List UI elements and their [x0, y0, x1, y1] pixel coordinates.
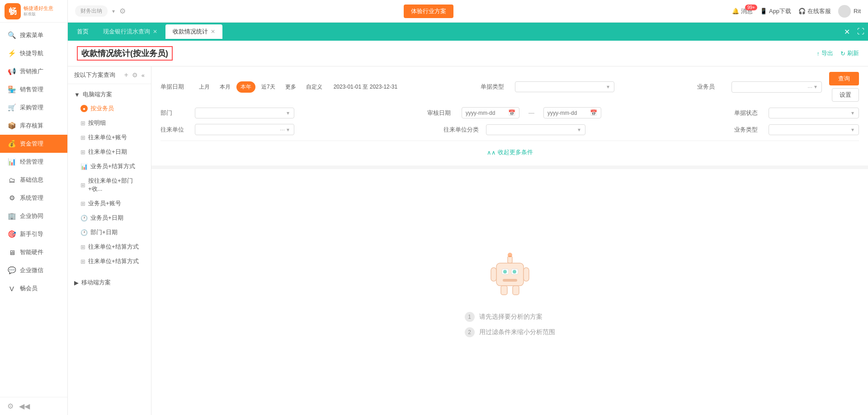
scheme-salesman-date[interactable]: 🕐 业务员+日期 [68, 211, 151, 225]
settings-scheme-icon[interactable]: ⚙ [132, 71, 138, 79]
inventory-icon: 📦 [7, 121, 16, 130]
scheme-partner-account[interactable]: ⊞ 往来单位+账号 [68, 130, 151, 145]
robot-svg [483, 247, 537, 302]
trial-button[interactable]: 体验行业方案 [404, 5, 453, 18]
partner-category-select[interactable]: ▾ [486, 124, 585, 135]
sidebar-label-basic: 基础信息 [20, 176, 43, 184]
tab-home[interactable]: 首页 [70, 28, 96, 36]
doc-status-select[interactable]: ▾ [769, 108, 859, 118]
wechat-icon: 💬 [7, 266, 16, 275]
review-date-from[interactable]: 📅 [462, 107, 519, 118]
mobile-group-label: 移动端方案 [81, 278, 111, 287]
date-range-display: 2023-01-01 至 2023-12-31 [334, 83, 397, 91]
member-icon: V [7, 284, 16, 293]
sidebar-item-marketing[interactable]: 📢 营销推广 [0, 62, 67, 80]
date-more[interactable]: 更多 [281, 81, 300, 93]
tab-bank[interactable]: 现金银行流水查询 ✕ [96, 24, 165, 39]
tab-close-all-icon[interactable]: ✕ [842, 26, 852, 38]
set-button[interactable]: 设置 [832, 88, 859, 102]
settings-bottom-icon[interactable]: ⚙ [7, 402, 14, 410]
scheme-partner-account-label: 往来单位+账号 [88, 133, 127, 141]
online-service-button[interactable]: 🎧 在线客服 [798, 7, 831, 15]
scheme-dept-date[interactable]: 🕐 部门+日期 [68, 225, 151, 240]
doc-type-arrow-icon: ▾ [607, 84, 609, 90]
svg-rect-10 [501, 286, 507, 295]
scheme-partner-date[interactable]: ⊞ 往来单位+日期 [68, 145, 151, 159]
dept-select[interactable]: ▾ [195, 108, 294, 118]
add-scheme-icon[interactable]: + [124, 71, 128, 79]
collapse-sidebar-icon[interactable]: ◀◀ [19, 402, 30, 410]
sidebar-item-sales[interactable]: 🏪 销售管理 [0, 80, 67, 99]
doc-type-label: 单据类型 [481, 83, 508, 91]
export-button[interactable]: ↑ 导出 [817, 49, 834, 57]
calendar-to-icon[interactable]: 📅 [590, 109, 597, 116]
doc-status-arrow-icon: ▾ [851, 110, 854, 116]
sidebar-item-guide[interactable]: 🎯 新手引导 [0, 225, 67, 243]
tab-receipt-close-icon[interactable]: ✕ [211, 28, 215, 35]
scheme-partner-dept[interactable]: ⊞ 按往来单位+部门+收... [68, 174, 151, 196]
basic-icon: 🗂 [7, 175, 16, 184]
sidebar-item-business[interactable]: 📊 经营管理 [0, 153, 67, 171]
review-date-from-input[interactable] [466, 110, 506, 116]
tab-fullscreen-icon[interactable]: ⛶ [855, 26, 866, 38]
sidebar-label-quicknav: 快捷导航 [20, 49, 43, 57]
sidebar-item-finance[interactable]: 💰 资金管理 [0, 135, 67, 153]
sidebar-item-hardware[interactable]: 🖥 智能硬件 [0, 243, 67, 261]
app-download-button[interactable]: 📱 App下载 [760, 7, 791, 15]
quicknav-icon: ⚡ [7, 49, 16, 58]
query-button[interactable]: 查询 [829, 72, 859, 85]
page-actions: ↑ 导出 ↻ 刷新 [817, 49, 859, 57]
pc-group-arrow: ▼ [74, 91, 80, 98]
sidebar-item-search[interactable]: 🔍 搜索菜单 [0, 26, 67, 44]
scheme-by-detail[interactable]: ⊞ 按明细 [68, 116, 151, 130]
date-custom[interactable]: 自定义 [302, 81, 326, 93]
sidebar-item-basic[interactable]: 🗂 基础信息 [0, 171, 67, 189]
sidebar-item-member[interactable]: V 畅会员 [0, 279, 67, 297]
message-button[interactable]: 🔔 消息 99+ [732, 7, 753, 15]
mobile-group-header[interactable]: ▶ 移动端方案 [68, 276, 151, 289]
scheme-salesman-account[interactable]: ⊞ 业务员+账号 [68, 196, 151, 211]
header-gear-icon[interactable]: ⚙ [119, 7, 126, 15]
refresh-button[interactable]: ↻ 刷新 [840, 49, 859, 57]
sidebar-nav: 🔍 搜索菜单 ⚡ 快捷导航 📢 营销推广 🏪 销售管理 🛒 采购管理 📦 [0, 23, 67, 397]
step-2-num: 2 [465, 327, 475, 337]
scheme-by-salesman[interactable]: ● 按业务员 [68, 101, 151, 116]
sidebar-item-enterprise[interactable]: 🏢 企业协同 [0, 207, 67, 225]
scheme-partner-settle1[interactable]: ⊞ 往来单位+结算方式 [68, 240, 151, 254]
filter-row-1: 单据日期 上月 本月 本年 近7天 更多 自定义 2023-01-01 至 20… [160, 72, 859, 102]
logo-text: 畅捷通好生意 [24, 5, 53, 11]
scheme-partner-settle2[interactable]: ⊞ 往来单位+结算方式 [68, 254, 151, 269]
message-badge: 99+ [745, 5, 757, 10]
tab-receipt[interactable]: 收款情况统计 ✕ [165, 24, 222, 39]
tab-bank-close-icon[interactable]: ✕ [153, 28, 157, 35]
sidebar-label-wechat: 企业微信 [20, 266, 43, 274]
pc-group-header[interactable]: ▼ 电脑端方案 [68, 88, 151, 101]
calendar-from-icon[interactable]: 📅 [508, 109, 515, 116]
sidebar-item-wechat[interactable]: 💬 企业微信 [0, 261, 67, 279]
review-date-to[interactable]: 📅 [543, 107, 601, 118]
biz-type-select[interactable]: ▾ [769, 124, 859, 135]
date-this-year[interactable]: 本年 [236, 81, 255, 93]
user-area[interactable]: Rit [838, 5, 861, 18]
scheme-salesman-settle[interactable]: 📊 业务员+结算方式 [68, 159, 151, 174]
sidebar-item-inventory[interactable]: 📦 库存核算 [0, 117, 67, 135]
sidebar-label-inventory: 库存核算 [20, 122, 43, 130]
doc-type-select[interactable]: ▾ [515, 81, 614, 92]
breadcrumb-dropdown-icon[interactable]: ▾ [112, 8, 115, 14]
salesman-select[interactable]: ··· ▾ [731, 81, 822, 93]
sidebar-item-purchase[interactable]: 🛒 采购管理 [0, 99, 67, 117]
search-icon: 🔍 [7, 31, 16, 40]
date-last-month[interactable]: 上月 [195, 81, 214, 93]
filter-row-2: 部门 ▾ 审核日期 📅 — [160, 107, 859, 118]
partner-select[interactable]: ··· ▾ [195, 124, 294, 135]
collapse-panel-icon[interactable]: « [142, 72, 145, 79]
doc-status-label: 单据状态 [734, 109, 761, 117]
review-date-to-input[interactable] [547, 110, 588, 116]
sidebar-item-quicknav[interactable]: ⚡ 快捷导航 [0, 44, 67, 62]
sidebar-item-system[interactable]: ⚙ 系统管理 [0, 189, 67, 207]
collapse-button[interactable]: ∧∧ 收起更多条件 [160, 145, 859, 160]
sidebar-label-business: 经营管理 [20, 158, 43, 166]
date-this-month[interactable]: 本月 [216, 81, 235, 93]
service-label: 在线客服 [807, 7, 831, 15]
date-7days[interactable]: 近7天 [257, 81, 279, 93]
